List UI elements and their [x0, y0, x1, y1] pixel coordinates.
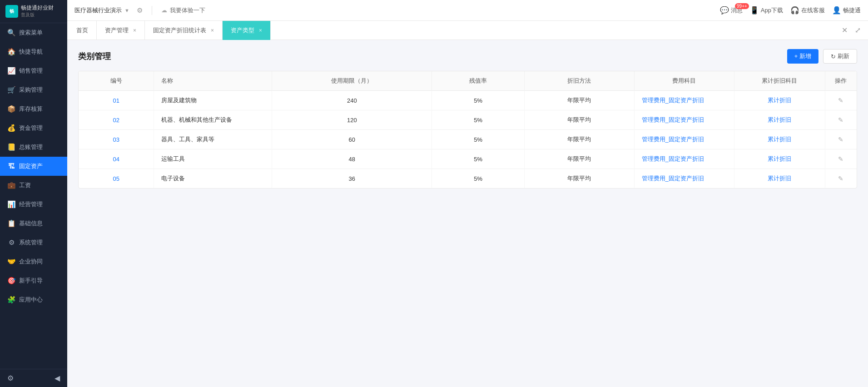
project-selector[interactable]: 医疗器械行业演示 ▼	[74, 6, 129, 15]
cell-accum-0: 累计折旧	[734, 91, 825, 110]
topbar-settings-icon[interactable]: ⚙	[137, 6, 143, 15]
logo-icon: 畅	[5, 5, 18, 18]
refresh-button[interactable]: ↻ 刷新	[823, 49, 857, 64]
cell-accum-2: 累计折旧	[734, 130, 825, 149]
message-action[interactable]: 💬 消息 99+	[720, 6, 743, 15]
table-header: 编号 名称 使用期限（月） 残值率 折旧方法 费用科目 累计折旧科目 操作	[79, 71, 857, 91]
system-icon: ⚙	[7, 238, 15, 247]
tab-asset-mgmt-close[interactable]: ×	[133, 27, 136, 34]
sidebar-item-basic[interactable]: 📋 基础信息	[0, 214, 67, 233]
sidebar-item-guide[interactable]: 🎯 新手引导	[0, 271, 67, 290]
sidebar-item-apps[interactable]: 🧩 应用中心	[0, 290, 67, 309]
basic-icon: 📋	[7, 219, 15, 228]
cell-method-0: 年限平均	[525, 91, 634, 110]
cell-name-2: 器具、工具、家具等	[154, 130, 272, 149]
table-row: 03 器具、工具、家具等 60 5% 年限平均 管理费用_固定资产折旧 累计折旧…	[79, 130, 857, 149]
col-id: 编号	[79, 71, 154, 91]
support-icon: 🎧	[790, 6, 799, 15]
cell-action-0[interactable]: ✎	[825, 91, 857, 110]
cell-residual-0: 5%	[432, 91, 525, 110]
sidebar-label-purchase: 采购管理	[19, 86, 60, 94]
tab-bar-controls: ✕ ⤢	[840, 24, 868, 36]
cell-name-0: 房屋及建筑物	[154, 91, 272, 110]
cell-action-1[interactable]: ✎	[825, 110, 857, 130]
sidebar-item-business[interactable]: 📊 经营管理	[0, 195, 67, 214]
logo-subtitle: 普及版	[21, 12, 54, 18]
edit-icon-1[interactable]: ✎	[838, 116, 843, 124]
tab-close-all-icon[interactable]: ✕	[840, 24, 849, 36]
sidebar-item-sales[interactable]: 📈 销售管理	[0, 61, 67, 80]
cell-action-4[interactable]: ✎	[825, 169, 857, 189]
sidebar-item-purchase[interactable]: 🛒 采购管理	[0, 80, 67, 99]
page-content: 类别管理 + 新增 ↻ 刷新 编号 名称 使用期限（月） 残值率 折旧方法	[67, 40, 868, 387]
logo-title: 畅捷通好业财	[21, 5, 54, 12]
refresh-label: 刷新	[838, 52, 849, 60]
sidebar-label-business: 经营管理	[19, 200, 60, 208]
tab-asset-mgmt[interactable]: 资产管理 ×	[97, 21, 145, 40]
app-download-label: App下载	[761, 6, 783, 15]
cell-months-2: 60	[272, 130, 432, 149]
sidebar-label-capital: 资金管理	[19, 124, 60, 132]
sidebar-item-ledger[interactable]: 📒 总账管理	[0, 138, 67, 157]
app-download-icon: 📱	[750, 6, 759, 15]
sidebar-item-search[interactable]: 🔍 搜索菜单	[0, 23, 67, 42]
sidebar-label-system: 系统管理	[19, 238, 60, 247]
app-download-action[interactable]: 📱 App下载	[750, 6, 783, 15]
sidebar-label-search: 搜索菜单	[19, 29, 60, 37]
asset-type-table: 编号 名称 使用期限（月） 残值率 折旧方法 费用科目 累计折旧科目 操作 01…	[78, 71, 857, 189]
cell-residual-1: 5%	[432, 110, 525, 130]
cell-id-3: 04	[79, 149, 154, 169]
online-support-action[interactable]: 🎧 在线客服	[790, 6, 825, 15]
experience-button[interactable]: ☁ 我要体验一下	[161, 6, 205, 15]
tab-expand-icon[interactable]: ⤢	[853, 24, 863, 36]
tab-depreciation-table[interactable]: 固定资产折旧统计表 ×	[145, 21, 223, 40]
cell-action-2[interactable]: ✎	[825, 130, 857, 149]
edit-icon-4[interactable]: ✎	[838, 175, 843, 182]
cell-method-3: 年限平均	[525, 149, 634, 169]
tab-depreciation-close[interactable]: ×	[211, 27, 214, 34]
project-dropdown-arrow: ▼	[124, 8, 129, 13]
topbar-divider	[152, 6, 152, 15]
cell-id-2: 03	[79, 130, 154, 149]
message-badge: 99+	[735, 3, 749, 9]
settings-icon[interactable]: ⚙	[7, 374, 14, 382]
sidebar-item-quicknav[interactable]: 🏠 快捷导航	[0, 42, 67, 61]
tab-asset-type-label: 资产类型	[231, 26, 254, 35]
cloud-icon: ☁	[161, 7, 167, 14]
add-button[interactable]: + 新增	[787, 49, 818, 64]
cell-method-1: 年限平均	[525, 110, 634, 130]
col-method: 折旧方法	[525, 71, 634, 91]
tab-depreciation-label: 固定资产折旧统计表	[153, 26, 206, 35]
experience-label: 我要体验一下	[170, 6, 205, 15]
tab-asset-type[interactable]: 资产类型 ×	[223, 21, 271, 40]
edit-icon-3[interactable]: ✎	[838, 155, 843, 163]
cell-name-1: 机器、机械和其他生产设备	[154, 110, 272, 130]
sidebar-item-fixed[interactable]: 🏗 固定资产	[0, 157, 67, 176]
business-icon: 📊	[7, 200, 15, 208]
sidebar: 畅 畅捷通好业财 普及版 🔍 搜索菜单 🏠 快捷导航 📈 销售管理 🛒 采购管理…	[0, 0, 67, 387]
user-action[interactable]: 👤 畅捷通	[832, 6, 861, 15]
col-months: 使用期限（月）	[272, 71, 432, 91]
sidebar-item-system[interactable]: ⚙ 系统管理	[0, 233, 67, 252]
sidebar-label-salary: 工资	[19, 181, 60, 189]
page-actions: + 新增 ↻ 刷新	[787, 49, 857, 64]
edit-icon-0[interactable]: ✎	[838, 97, 843, 104]
tab-asset-type-close[interactable]: ×	[259, 27, 262, 34]
home-icon: 🏠	[7, 48, 15, 56]
sidebar-item-capital[interactable]: 💰 资金管理	[0, 119, 67, 138]
cell-expense-0: 管理费用_固定资产折旧	[634, 91, 734, 110]
cell-action-3[interactable]: ✎	[825, 149, 857, 169]
tab-home[interactable]: 首页	[67, 21, 97, 40]
cell-name-3: 运输工具	[154, 149, 272, 169]
sidebar-collapse-icon[interactable]: ◀	[55, 374, 60, 382]
sidebar-item-collab[interactable]: 🤝 企业协同	[0, 252, 67, 271]
tab-asset-mgmt-label: 资产管理	[105, 26, 129, 35]
apps-icon: 🧩	[7, 296, 15, 304]
cell-id-0: 01	[79, 91, 154, 110]
sidebar-item-salary[interactable]: 💼 工资	[0, 176, 67, 195]
edit-icon-2[interactable]: ✎	[838, 136, 843, 143]
sidebar-item-inventory[interactable]: 📦 库存核算	[0, 99, 67, 119]
sidebar-label-apps: 应用中心	[19, 296, 60, 304]
page-title: 类别管理	[78, 51, 111, 62]
guide-icon: 🎯	[7, 277, 15, 285]
